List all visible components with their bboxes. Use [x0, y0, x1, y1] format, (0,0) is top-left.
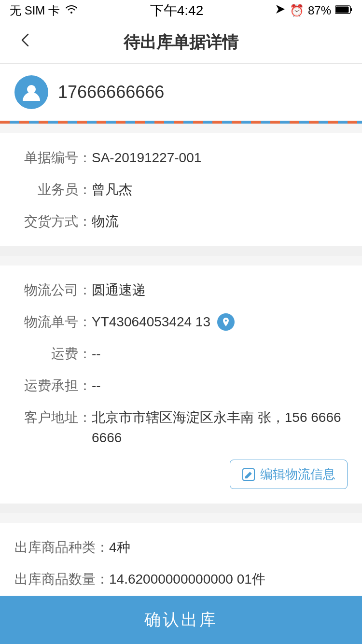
back-button[interactable]: [14, 25, 38, 60]
freight-bear-value: --: [92, 376, 348, 396]
address-value: 北京市市辖区海淀区永丰南 张，156 6666 6666: [92, 407, 348, 448]
status-bar-left: 无 SIM 卡: [10, 3, 78, 18]
outbound-quantity-row: 出库商品数量： 14.62000000000000 01件: [14, 569, 348, 589]
location-active-icon: [275, 4, 286, 17]
logistics-section: 物流公司： 圆通速递 物流单号： YT43064053424 13 运费： --…: [0, 266, 362, 504]
customer-card: 17666666666: [0, 64, 362, 121]
freight-bear-row: 运费承担： --: [14, 376, 348, 396]
location-icon[interactable]: [217, 313, 235, 331]
sales-person-row: 业务员： 曾凡杰: [14, 180, 348, 200]
status-bar: 无 SIM 卡 下午4:42 ⏰ 87%: [0, 0, 362, 21]
svg-rect-3: [336, 7, 349, 13]
freight-row: 运费： --: [14, 344, 348, 364]
avatar: [14, 75, 48, 109]
doc-number-row: 单据编号： SA-20191227-001: [14, 148, 348, 168]
freight-label: 运费：: [14, 344, 92, 364]
doc-number-value: SA-20191227-001: [92, 148, 348, 168]
edit-logistics-button[interactable]: 编辑物流信息: [230, 460, 348, 489]
page-title: 待出库单据详情: [124, 31, 238, 54]
logistics-company-label: 物流公司：: [14, 280, 92, 300]
address-row: 客户地址： 北京市市辖区海淀区永丰南 张，156 6666 6666: [14, 407, 348, 448]
outbound-type-value: 4种: [109, 537, 348, 558]
edit-btn-row: 编辑物流信息: [14, 460, 348, 489]
delivery-value: 物流: [92, 211, 348, 232]
battery-icon: [335, 4, 352, 17]
svg-rect-2: [350, 8, 352, 11]
sales-person-value: 曾凡杰: [92, 180, 348, 200]
doc-number-label: 单据编号：: [14, 148, 92, 168]
alarm-icon: ⏰: [290, 4, 304, 17]
edit-btn-label: 编辑物流信息: [260, 466, 335, 483]
outbound-quantity-label: 出库商品数量：: [14, 569, 109, 589]
outbound-type-label: 出库商品种类：: [14, 537, 109, 558]
status-bar-right: ⏰ 87%: [275, 4, 352, 17]
confirm-outbound-button[interactable]: 确认出库: [144, 609, 218, 631]
tracking-number-label: 物流单号：: [14, 312, 92, 332]
battery-text: 87%: [308, 4, 331, 17]
sales-person-label: 业务员：: [14, 180, 92, 200]
outbound-quantity-value: 14.62000000000000 01件: [109, 569, 348, 589]
logistics-company-row: 物流公司： 圆通速递: [14, 280, 348, 300]
gap-line-2: [0, 504, 362, 513]
logistics-company-value: 圆通速递: [92, 280, 348, 300]
svg-marker-0: [276, 5, 285, 14]
bottom-confirm-area: 确认出库: [0, 596, 362, 644]
delivery-label: 交货方式：: [14, 211, 92, 232]
customer-phone: 17666666666: [58, 82, 164, 102]
freight-bear-label: 运费承担：: [14, 376, 92, 396]
wifi-icon: [65, 4, 78, 17]
gap-line-1: [0, 246, 362, 256]
address-label: 客户地址：: [14, 407, 92, 428]
freight-value: --: [92, 344, 348, 364]
tracking-number-row: 物流单号： YT43064053424 13: [14, 312, 348, 332]
tracking-value: YT43064053424 13: [92, 312, 235, 332]
dashed-separator: [0, 121, 362, 124]
nav-bar: 待出库单据详情: [0, 21, 362, 64]
sim-status: 无 SIM 卡: [10, 3, 60, 18]
outbound-type-row: 出库商品种类： 4种: [14, 537, 348, 558]
status-bar-time: 下午4:42: [150, 1, 204, 20]
delivery-row: 交货方式： 物流: [14, 211, 348, 232]
tracking-number-text: YT43064053424 13: [92, 312, 210, 332]
basic-info-section: 单据编号： SA-20191227-001 业务员： 曾凡杰 交货方式： 物流: [0, 133, 362, 246]
